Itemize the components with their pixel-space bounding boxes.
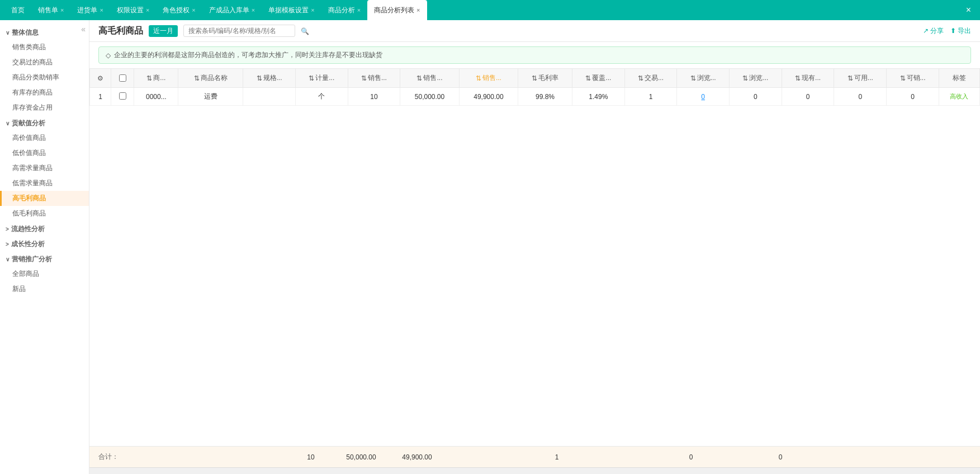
select-all-checkbox[interactable]	[119, 74, 126, 82]
bottom-scrollbar[interactable]	[89, 467, 980, 474]
tab-analysis[interactable]: 商品分析 ×	[321, 0, 367, 20]
cell-sales-profit: 49,900.00	[459, 88, 518, 106]
info-banner: ◇ 企业的主要的利润都是这部分商品创造的，可考虑加大推广，同时关注库存是不要出现…	[98, 46, 971, 64]
close-permissions-tab[interactable]: ×	[146, 7, 149, 13]
footer-cells: 10 50,000.00 49,900.00 1 0 0	[132, 453, 971, 461]
cell-transactions: 1	[624, 88, 677, 106]
th-browse2[interactable]: ⇅ 浏览...	[730, 69, 782, 88]
group-overall-arrow: ∨	[6, 30, 10, 36]
th-code[interactable]: ⇅ 商...	[134, 69, 178, 88]
th-unit[interactable]: ⇅ 计量...	[295, 69, 348, 88]
sort-icon-avail: ⇅	[848, 74, 853, 82]
sidebar-group-growth[interactable]: > 成长性分析	[0, 236, 89, 251]
close-roles-tab[interactable]: ×	[192, 7, 195, 13]
cell-browse2: 0	[730, 88, 782, 106]
tab-products-in[interactable]: 产成品入库单 ×	[202, 0, 262, 20]
window-close-button[interactable]: ×	[962, 5, 976, 15]
th-sales-profit[interactable]: ⇅ 销售...	[459, 69, 518, 88]
sidebar-group-trend[interactable]: > 流趋性分析	[0, 221, 89, 236]
sort-icon-coverage: ⇅	[585, 74, 591, 82]
sidebar-collapse-button[interactable]: «	[81, 25, 86, 34]
cell-seq: 1	[90, 88, 111, 106]
sort-icon-stock: ⇅	[795, 74, 801, 82]
sidebar-item-high-demand[interactable]: 高需求量商品	[0, 161, 89, 176]
tab-permissions[interactable]: 权限设置 ×	[110, 0, 156, 20]
th-current-stock[interactable]: ⇅ 现有...	[782, 69, 834, 88]
cell-sales-qty: 10	[348, 88, 400, 106]
close-sales-tab[interactable]: ×	[60, 7, 64, 13]
footer-available-empty	[713, 453, 758, 461]
sidebar-group-wealth[interactable]: ∨ 贡献值分析	[0, 115, 89, 130]
sidebar-group-marketing[interactable]: ∨ 营销推广分析	[0, 251, 89, 266]
cell-checkbox[interactable]	[111, 88, 134, 106]
sidebar-item-all-goods[interactable]: 全部商品	[0, 266, 89, 281]
tab-analysis-list[interactable]: 商品分析列表 ×	[367, 0, 427, 20]
sort-icon-trans: ⇅	[638, 74, 643, 82]
search-button[interactable]: 🔍	[301, 26, 309, 35]
export-button[interactable]: ⬆ 导出	[950, 26, 971, 36]
footer-transactions: 1	[534, 453, 579, 461]
row-checkbox[interactable]	[119, 92, 126, 100]
sidebar-item-low-demand[interactable]: 低需求量商品	[0, 176, 89, 191]
content-area: 高毛利商品 近一月 🔍 ↗ 分享 ⬆ 导出 ◇ 企业的主要的利润都是这部分商品创…	[89, 20, 980, 474]
table-container[interactable]: ⚙ ⇅ 商... ⇅	[89, 68, 980, 446]
th-available[interactable]: ⇅ 可用...	[834, 69, 887, 88]
th-coverage[interactable]: ⇅ 覆盖...	[572, 69, 624, 88]
cell-saleable: 0	[887, 88, 939, 106]
cell-browse1[interactable]: 0	[677, 88, 730, 106]
tab-template[interactable]: 单据模板设置 ×	[262, 0, 321, 20]
footer-label: 合计：	[98, 452, 132, 462]
th-spec[interactable]: ⇅ 规格...	[243, 69, 296, 88]
footer-sales-profit: 49,900.00	[389, 453, 445, 461]
cell-available: 0	[834, 88, 887, 106]
sidebar-group-overall[interactable]: ∨ 整体信息	[0, 25, 89, 40]
share-button[interactable]: ↗ 分享	[923, 26, 944, 36]
header-actions: ↗ 分享 ⬆ 导出	[923, 26, 971, 36]
sidebar-item-new-goods[interactable]: 新品	[0, 281, 89, 297]
sort-icon-name: ⇅	[194, 74, 200, 82]
close-analysis-tab[interactable]: ×	[357, 7, 361, 13]
close-analysis-list-tab[interactable]: ×	[416, 7, 420, 13]
th-sales-amount[interactable]: ⇅ 销售...	[400, 69, 459, 88]
tab-purchase[interactable]: 进货单 ×	[70, 0, 110, 20]
th-sales-qty[interactable]: ⇅ 销售...	[348, 69, 400, 88]
th-transactions[interactable]: ⇅ 交易...	[624, 69, 677, 88]
group-marketing-arrow: ∨	[6, 256, 10, 262]
th-name[interactable]: ⇅ 商品名称	[178, 69, 243, 88]
tab-roles[interactable]: 角色授权 ×	[156, 0, 202, 20]
tab-sales[interactable]: 销售单 ×	[31, 0, 70, 20]
tag-label: 高收入	[950, 93, 968, 100]
sidebar-item-low-margin[interactable]: 低毛利商品	[0, 206, 89, 221]
sidebar-item-high-margin[interactable]: 高毛利商品	[0, 191, 89, 206]
close-template-tab[interactable]: ×	[311, 7, 314, 13]
footer-empty	[132, 453, 288, 461]
th-browse1[interactable]: ⇅ 浏览...	[677, 69, 730, 88]
footer-browse2-empty	[624, 453, 669, 461]
export-icon: ⬆	[950, 27, 956, 35]
th-margin-rate[interactable]: ⇅ 毛利率	[518, 69, 572, 88]
footer-bar: 合计： 10 50,000.00 49,900.00 1 0 0	[89, 446, 980, 467]
sort-icon-qty: ⇅	[361, 74, 367, 82]
sidebar-item-low-value[interactable]: 低价值商品	[0, 146, 89, 161]
content-header: 高毛利商品 近一月 🔍 ↗ 分享 ⬆ 导出	[89, 20, 980, 42]
th-saleable[interactable]: ⇅ 可销...	[887, 69, 939, 88]
th-settings[interactable]: ⚙	[90, 69, 111, 88]
footer-sales-amount: 50,000.00	[333, 453, 389, 461]
search-input[interactable]	[183, 25, 295, 37]
cell-unit: 个	[295, 88, 348, 106]
close-purchase-tab[interactable]: ×	[100, 7, 103, 13]
period-button[interactable]: 近一月	[149, 25, 178, 37]
sidebar-item-goods-assist[interactable]: 商品分类助销率	[0, 70, 89, 85]
cell-spec	[243, 88, 296, 106]
th-tag[interactable]: 标签	[939, 69, 979, 88]
browse1-link[interactable]: 0	[701, 93, 705, 101]
close-products-tab[interactable]: ×	[252, 7, 255, 13]
th-checkbox[interactable]	[111, 69, 134, 88]
sidebar-item-stock-capital[interactable]: 库存资金占用	[0, 100, 89, 115]
sidebar-item-sales-goods[interactable]: 销售类商品	[0, 40, 89, 55]
sidebar-item-traded-goods[interactable]: 交易过的商品	[0, 55, 89, 70]
tab-home[interactable]: 首页	[4, 0, 31, 20]
sidebar-item-high-value[interactable]: 高价值商品	[0, 130, 89, 146]
sort-icon-b1: ⇅	[690, 74, 696, 82]
sidebar-item-stocked-goods[interactable]: 有库存的商品	[0, 85, 89, 100]
